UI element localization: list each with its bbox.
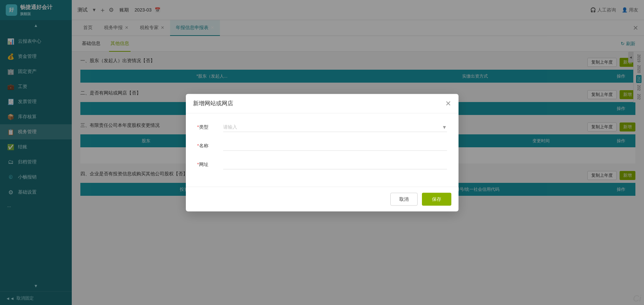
label-text-type: 类型: [199, 124, 208, 129]
name-input[interactable]: [223, 140, 447, 151]
form-row-type: *类型 ▼: [197, 122, 447, 132]
dialog-footer: 取消 保存: [186, 186, 459, 211]
label-text-name: 名称: [199, 143, 208, 148]
dialog-body: *类型 ▼ *名称 *网址: [186, 113, 459, 186]
form-label-name: *名称: [197, 142, 219, 149]
cancel-button[interactable]: 取消: [390, 193, 418, 205]
label-text-url: 网址: [199, 161, 208, 167]
type-input[interactable]: [223, 122, 447, 132]
url-input[interactable]: [223, 159, 447, 169]
form-row-url: *网址: [197, 159, 447, 169]
form-row-name: *名称: [197, 140, 447, 151]
add-website-dialog: 新增网站或网店 ✕ *类型 ▼ *名称 *网址: [186, 94, 459, 211]
type-input-wrap: ▼: [223, 122, 447, 132]
save-button[interactable]: 保存: [422, 193, 451, 205]
dialog-title: 新增网站或网店: [193, 100, 233, 107]
name-input-wrap: [223, 140, 447, 151]
dialog-close-button[interactable]: ✕: [445, 100, 451, 107]
form-label-url: *网址: [197, 161, 219, 167]
url-input-wrap: [223, 159, 447, 169]
type-dropdown-arrow[interactable]: ▼: [442, 124, 447, 130]
dialog-header: 新增网站或网店 ✕: [186, 94, 459, 113]
form-label-type: *类型: [197, 124, 219, 130]
